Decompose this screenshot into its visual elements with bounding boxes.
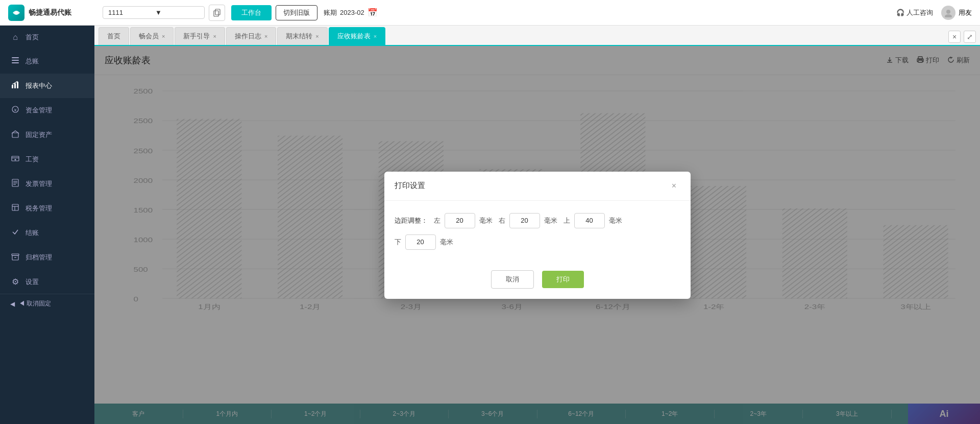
home-icon: ⌂ bbox=[10, 33, 20, 42]
margin-label: 边距调整： bbox=[395, 216, 428, 225]
left-unit: 毫米 bbox=[479, 216, 493, 225]
user-label: 用友 bbox=[959, 8, 972, 17]
svg-rect-9 bbox=[14, 83, 16, 88]
left-margin-group: 左 毫米 bbox=[434, 213, 493, 228]
svg-text:¥: ¥ bbox=[14, 108, 17, 112]
bottom-unit: 毫米 bbox=[440, 238, 453, 247]
dropdown-arrow-icon: ▼ bbox=[155, 9, 199, 16]
sidebar-label-checkout: 结账 bbox=[26, 228, 39, 238]
settings-icon: ⚙ bbox=[10, 277, 20, 287]
report-icon bbox=[10, 81, 20, 91]
logo-area: 畅捷通易代账 bbox=[8, 5, 103, 21]
tab-member-label: 畅会员 bbox=[139, 32, 159, 41]
sidebar-item-archive[interactable]: 归档管理 bbox=[0, 245, 94, 270]
top-margin-group: 上 毫米 bbox=[564, 213, 622, 228]
svg-rect-8 bbox=[12, 85, 13, 88]
top-label: 上 bbox=[564, 216, 570, 225]
svg-rect-21 bbox=[12, 204, 18, 210]
sidebar-item-invoice[interactable]: 发票管理 bbox=[0, 172, 94, 196]
tab-bar: 首页 畅会员 × 新手引导 × 操作日志 × 期末结转 × 应收账龄表 × bbox=[94, 26, 980, 46]
tab-oplog-label: 操作日志 bbox=[235, 32, 261, 41]
tab-maximize-button[interactable]: ⤢ bbox=[964, 31, 976, 43]
sidebar-label-fund: 资金管理 bbox=[26, 106, 52, 115]
top-margin-input[interactable] bbox=[574, 213, 605, 228]
sidebar-item-checkout[interactable]: 结账 bbox=[0, 221, 94, 245]
tab-aging-close[interactable]: × bbox=[374, 33, 377, 39]
svg-rect-7 bbox=[12, 62, 19, 63]
right-margin-input[interactable] bbox=[509, 213, 540, 228]
headset-icon: 🎧 bbox=[896, 9, 904, 16]
cancel-button[interactable]: 取消 bbox=[491, 270, 534, 289]
sidebar-collapse-button[interactable]: ◀ ◀ 取消固定 bbox=[0, 294, 94, 313]
tab-member[interactable]: 畅会员 × bbox=[130, 27, 174, 45]
sidebar-item-fixed-asset[interactable]: 固定资产 bbox=[0, 123, 94, 147]
sidebar-item-report[interactable]: 报表中心 bbox=[0, 74, 94, 98]
confirm-print-button[interactable]: 打印 bbox=[542, 271, 584, 288]
support-button[interactable]: 🎧 人工咨询 bbox=[896, 8, 933, 17]
tab-period-end-close[interactable]: × bbox=[315, 33, 318, 39]
sidebar-label-fixed-asset: 固定资产 bbox=[26, 130, 52, 139]
workbench-button[interactable]: 工作台 bbox=[231, 5, 272, 20]
left-label: 左 bbox=[434, 216, 440, 225]
support-label: 人工咨询 bbox=[906, 8, 933, 17]
dialog-header: 打印设置 × bbox=[384, 172, 691, 201]
svg-point-0 bbox=[15, 11, 18, 14]
period-label: 账期 bbox=[324, 8, 337, 17]
right-unit: 毫米 bbox=[544, 216, 557, 225]
tab-guide[interactable]: 新手引导 × bbox=[175, 27, 225, 45]
svg-rect-1 bbox=[214, 11, 218, 16]
left-margin-input[interactable] bbox=[445, 213, 475, 228]
svg-rect-10 bbox=[17, 82, 18, 88]
main-layout: ⌂ 首页 总账 报表中心 bbox=[0, 26, 980, 424]
dialog-footer: 取消 打印 bbox=[384, 262, 691, 299]
sidebar-label-archive: 归档管理 bbox=[26, 253, 52, 262]
tab-close-all-button[interactable]: × bbox=[948, 31, 961, 43]
svg-point-4 bbox=[945, 14, 952, 17]
sidebar-label-salary: 工资 bbox=[26, 155, 39, 164]
collapse-label: ◀ 取消固定 bbox=[19, 299, 51, 308]
switch-old-button[interactable]: 切到旧版 bbox=[276, 5, 317, 20]
top-header: 畅捷通易代账 1111 ▼ 工作台 切到旧版 账期 2023-02 📅 🎧 人工… bbox=[0, 0, 980, 26]
bottom-label: 下 bbox=[395, 238, 401, 247]
tab-actions: × ⤢ bbox=[948, 31, 976, 45]
svg-rect-13 bbox=[12, 133, 18, 137]
print-settings-dialog: 打印设置 × 边距调整： 左 毫米 右 bbox=[384, 172, 691, 299]
tab-period-end[interactable]: 期末结转 × bbox=[277, 27, 327, 45]
copy-button[interactable] bbox=[209, 5, 225, 21]
tab-aging[interactable]: 应收账龄表 × bbox=[329, 27, 385, 45]
company-name: 1111 bbox=[108, 9, 152, 16]
tab-home-label: 首页 bbox=[107, 32, 120, 41]
avatar bbox=[941, 6, 955, 20]
company-selector[interactable]: 1111 ▼ bbox=[103, 6, 205, 19]
svg-point-16 bbox=[15, 159, 16, 160]
calendar-icon[interactable]: 📅 bbox=[368, 8, 378, 17]
tab-member-close[interactable]: × bbox=[162, 33, 165, 39]
svg-rect-6 bbox=[12, 60, 19, 61]
logo-icon bbox=[8, 5, 24, 21]
svg-rect-2 bbox=[215, 9, 220, 15]
top-unit: 毫米 bbox=[609, 216, 622, 225]
tab-guide-close[interactable]: × bbox=[213, 33, 216, 39]
sidebar-item-settings[interactable]: ⚙ 设置 bbox=[0, 270, 94, 294]
sidebar-item-fund[interactable]: ¥ 资金管理 bbox=[0, 98, 94, 123]
sidebar-item-ledger[interactable]: 总账 bbox=[0, 49, 94, 74]
svg-point-3 bbox=[946, 10, 950, 14]
right-margin-group: 右 毫米 bbox=[499, 213, 557, 228]
tab-oplog-close[interactable]: × bbox=[264, 33, 267, 39]
sidebar-item-home[interactable]: ⌂ 首页 bbox=[0, 26, 94, 49]
app-name: 畅捷通易代账 bbox=[29, 8, 71, 17]
sidebar-label-settings: 设置 bbox=[26, 277, 39, 287]
dialog-close-button[interactable]: × bbox=[668, 180, 680, 192]
bottom-margin-input[interactable] bbox=[405, 234, 436, 250]
tab-oplog[interactable]: 操作日志 × bbox=[226, 27, 276, 45]
sidebar-label-report: 报表中心 bbox=[26, 81, 52, 90]
sidebar-item-salary[interactable]: 工资 bbox=[0, 147, 94, 172]
tab-home[interactable]: 首页 bbox=[99, 27, 129, 45]
user-area[interactable]: 用友 bbox=[941, 6, 972, 20]
dialog-overlay[interactable]: 打印设置 × 边距调整： 左 毫米 右 bbox=[94, 46, 980, 424]
fixed-asset-icon bbox=[10, 130, 20, 140]
dialog-body: 边距调整： 左 毫米 右 毫米 bbox=[384, 201, 691, 262]
sidebar-item-tax[interactable]: 税务管理 bbox=[0, 196, 94, 221]
margin-form-row: 边距调整： 左 毫米 右 毫米 bbox=[395, 213, 680, 250]
period-value: 2023-02 bbox=[340, 9, 364, 16]
